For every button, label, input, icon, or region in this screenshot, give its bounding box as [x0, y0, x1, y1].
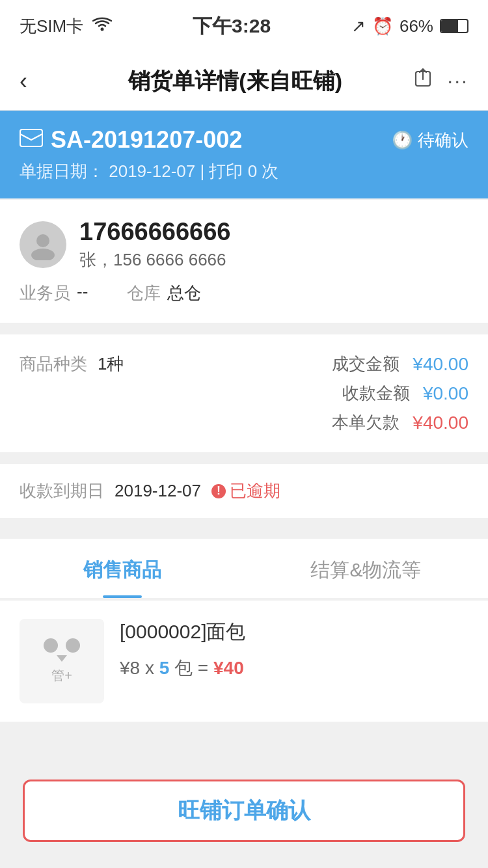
status-bar: 无SIM卡 下午3:28 ↗ ⏰ 66%: [0, 0, 488, 52]
location-icon: ↗: [351, 16, 366, 36]
confirm-order-button[interactable]: 旺铺订单确认: [23, 780, 465, 842]
alarm-icon: ⏰: [372, 16, 393, 36]
svg-point-3: [36, 234, 49, 247]
owl-eye-left: [44, 638, 58, 653]
battery-percent: 66%: [400, 16, 433, 36]
overdue-icon: !: [211, 484, 226, 498]
wifi-icon: [92, 17, 112, 35]
customer-top: 17666666666 张，156 6666 6666: [20, 218, 468, 271]
thumb-label: 管+: [51, 667, 72, 685]
product-types-value: 1种: [98, 353, 124, 375]
print-count: 0: [248, 161, 257, 181]
due-amount-row: 本单欠款 ¥40.00: [332, 411, 468, 434]
overdue-badge: ! 已逾期: [211, 480, 280, 502]
customer-phone: 17666666666: [79, 218, 230, 246]
amounts-card: 商品种类 1种 成交金额 ¥40.00 收款金额 ¥0.00 本单欠款 ¥40.…: [0, 334, 488, 452]
order-date: 2019-12-07: [109, 161, 195, 181]
product-thumbnail: 管+: [20, 619, 104, 703]
back-button[interactable]: ‹: [20, 68, 59, 95]
product-price-line: ¥8 x 5 包 = ¥40: [120, 656, 468, 681]
product-info: [0000002]面包 ¥8 x 5 包 = ¥40: [120, 619, 468, 681]
print-suffix: 次: [262, 161, 278, 181]
divider-1: [0, 323, 488, 333]
received-amount-row: 收款金额 ¥0.00: [342, 382, 468, 405]
customer-info: 17666666666 张，156 6666 6666: [79, 218, 230, 271]
tab-products[interactable]: 销售商品: [0, 539, 244, 598]
battery-icon: [440, 19, 468, 33]
confirm-btn-wrap: 旺铺订单确认: [23, 780, 465, 842]
more-icon[interactable]: ···: [447, 69, 468, 93]
nav-actions: ···: [412, 68, 468, 94]
svg-point-0: [101, 28, 104, 31]
divider-3: [0, 518, 488, 528]
warehouse-label: 仓库: [127, 282, 161, 305]
avatar: [20, 221, 66, 268]
owl-eye-right: [66, 638, 80, 653]
amounts-left: 商品种类 1种: [20, 353, 332, 375]
due-amount-label: 本单欠款: [332, 411, 400, 434]
order-date-line: 单据日期： 2019-12-07 | 打印 0 次: [20, 160, 468, 183]
overdue-text: 已逾期: [230, 480, 280, 502]
status-time: 下午3:28: [193, 13, 271, 40]
order-status: 🕐 待确认: [392, 129, 468, 152]
nav-bar: ‹ 销货单详情(来自旺铺) ···: [0, 52, 488, 111]
warehouse-value: 总仓: [167, 282, 201, 305]
status-left: 无SIM卡: [20, 15, 112, 38]
warehouse-item: 仓库 总仓: [127, 282, 201, 305]
print-label: | 打印: [200, 161, 243, 181]
salesperson-value: --: [77, 282, 88, 305]
salesperson-label: 业务员: [20, 282, 70, 305]
price-equals: =: [198, 658, 213, 678]
owl-beak-icon: [57, 655, 67, 662]
svg-point-4: [31, 249, 55, 260]
salesperson-item: 业务员 --: [20, 282, 88, 305]
total-value: ¥40: [213, 658, 244, 678]
customer-name: 张，156 6666 6666: [79, 249, 230, 271]
quantity-value: 5: [159, 658, 170, 678]
transaction-label: 成交金额: [332, 353, 400, 375]
product-types: 商品种类 1种: [20, 353, 332, 375]
svg-rect-2: [20, 129, 42, 146]
order-icon: [20, 129, 43, 152]
product-list: 管+ [0000002]面包 ¥8 x 5 包 = ¥40: [0, 601, 488, 722]
carrier-label: 无SIM卡: [20, 15, 83, 38]
product-types-label: 商品种类: [20, 353, 87, 375]
tabs-container: 销售商品 结算&物流等: [0, 539, 488, 599]
amounts-right: 成交金额 ¥40.00 收款金额 ¥0.00 本单欠款 ¥40.00: [332, 353, 468, 434]
status-clock-icon: 🕐: [392, 130, 413, 150]
transaction-value: ¥40.00: [413, 354, 468, 375]
due-date-card: 收款到期日 2019-12-07 ! 已逾期: [0, 464, 488, 518]
order-id-text: SA-20191207-002: [51, 126, 242, 154]
customer-meta: 业务员 -- 仓库 总仓: [20, 282, 468, 305]
customer-card: 17666666666 张，156 6666 6666 业务员 -- 仓库 总仓: [0, 200, 488, 323]
received-label: 收款金额: [342, 382, 410, 405]
order-header-card: SA-20191207-002 🕐 待确认 单据日期： 2019-12-07 |…: [0, 111, 488, 198]
price-value: ¥8: [120, 658, 140, 678]
order-status-text: 待确认: [418, 129, 468, 152]
order-id: SA-20191207-002: [20, 126, 242, 154]
table-row: 管+ [0000002]面包 ¥8 x 5 包 = ¥40: [0, 601, 488, 722]
price-multiply: x: [145, 658, 159, 678]
due-amount-value: ¥40.00: [413, 413, 468, 433]
unit-value: 包: [174, 658, 193, 678]
order-header-top: SA-20191207-002 🕐 待确认: [20, 126, 468, 154]
due-date-value: 2019-12-07: [115, 481, 201, 501]
divider-2: [0, 452, 488, 463]
tab-settlement[interactable]: 结算&物流等: [244, 539, 488, 598]
share-icon[interactable]: [412, 68, 434, 94]
transaction-amount-row: 成交金额 ¥40.00: [332, 353, 468, 375]
received-value: ¥0.00: [423, 383, 468, 404]
status-right: ↗ ⏰ 66%: [351, 16, 468, 36]
due-date-label: 收款到期日: [20, 480, 104, 502]
product-name: [0000002]面包: [120, 619, 468, 645]
page-title: 销货单详情(来自旺铺): [128, 66, 342, 96]
date-label: 单据日期：: [20, 161, 104, 181]
